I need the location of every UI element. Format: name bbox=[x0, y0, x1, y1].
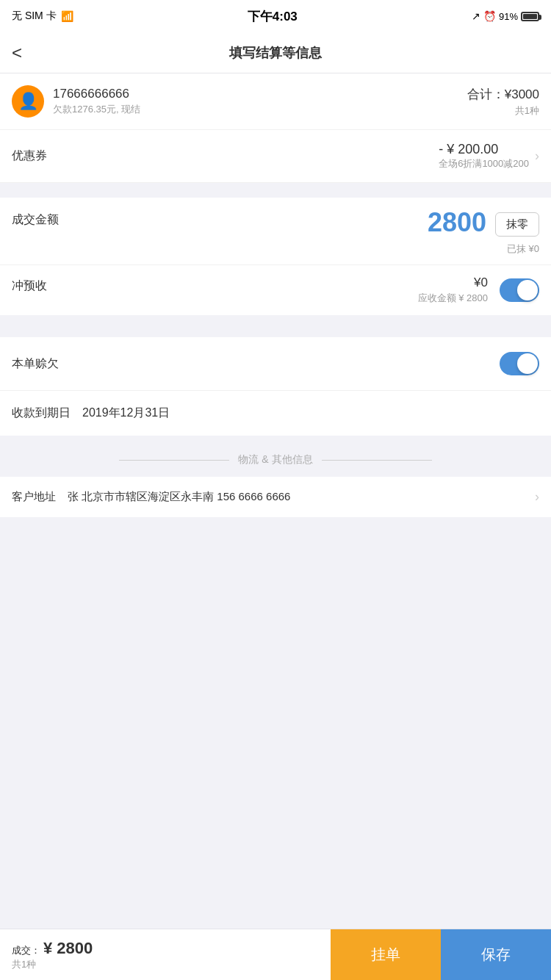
prepay-right: ¥0 应收金额 ¥ 2800 bbox=[418, 275, 539, 305]
prepay-label: 冲预收 bbox=[12, 275, 47, 294]
prepay-amount: ¥0 bbox=[418, 275, 488, 290]
status-bar: 无 SIM 卡 📶 下午4:03 ↗ ⏰ 91% bbox=[0, 0, 551, 32]
prepay-sub: 应收金额 ¥ 2800 bbox=[418, 292, 488, 305]
address-row[interactable]: 客户地址 张 北京市市辖区海淀区永丰南 156 6666 6666 › bbox=[0, 477, 551, 517]
coupon-right: - ¥ 200.00 全场6折满1000减200 › bbox=[439, 142, 539, 170]
divider-line-right bbox=[322, 460, 432, 461]
round-button[interactable]: 抹零 bbox=[495, 212, 539, 237]
battery-icon bbox=[521, 12, 539, 21]
bottom-summary: 成交： ¥ 2800 共1种 bbox=[0, 939, 331, 971]
carrier-text: 无 SIM 卡 bbox=[12, 10, 57, 23]
customer-row: 👤 17666666666 欠款1276.35元, 现结 合计：¥3000 共1… bbox=[0, 73, 551, 130]
toggle-knob bbox=[517, 280, 538, 300]
wifi-icon: 📶 bbox=[61, 10, 73, 22]
debt-label: 本单赊欠 bbox=[12, 356, 59, 372]
prepay-row: 冲预收 ¥0 应收金额 ¥ 2800 bbox=[0, 264, 551, 315]
divider-text: 物流 & 其他信息 bbox=[238, 453, 312, 466]
gray-spacer bbox=[0, 525, 551, 671]
total-amount: 合计：¥3000 bbox=[467, 86, 539, 103]
debt-row: 本单赊欠 bbox=[0, 337, 551, 390]
bottom-bar: 成交： ¥ 2800 共1种 挂单 保存 bbox=[0, 929, 551, 980]
location-icon: ↗ bbox=[472, 10, 480, 22]
duedate-label: 收款到期日 bbox=[12, 406, 71, 421]
bottom-summary-count: 共1种 bbox=[12, 958, 319, 971]
address-chevron-icon: › bbox=[535, 489, 539, 505]
customer-info: 17666666666 欠款1276.35元, 现结 bbox=[53, 87, 467, 116]
bottom-summary-label: 成交： bbox=[12, 944, 40, 957]
customer-total: 合计：¥3000 共1种 bbox=[467, 86, 539, 118]
transaction-amount: 2800 bbox=[428, 209, 486, 236]
coupon-row[interactable]: 优惠券 - ¥ 200.00 全场6折满1000减200 › bbox=[0, 130, 551, 183]
pending-button[interactable]: 挂单 bbox=[331, 929, 441, 981]
duedate-row: 收款到期日 2019年12月31日 bbox=[0, 390, 551, 436]
avatar-icon: 👤 bbox=[18, 92, 38, 111]
bottom-summary-amount: ¥ 2800 bbox=[43, 939, 93, 958]
page-title: 填写结算等信息 bbox=[229, 44, 322, 62]
save-button[interactable]: 保存 bbox=[441, 929, 551, 981]
coupon-desc: 全场6折满1000减200 bbox=[439, 157, 529, 170]
address-value: 张 北京市市辖区海淀区永丰南 156 6666 6666 bbox=[68, 489, 523, 505]
coupon-discount: - ¥ 200.00 bbox=[439, 142, 529, 157]
customer-phone: 17666666666 bbox=[53, 87, 467, 101]
nav-bar: < 填写结算等信息 bbox=[0, 32, 551, 73]
prepay-toggle[interactable] bbox=[500, 278, 539, 302]
battery-percent: 91% bbox=[499, 11, 518, 22]
logistics-divider: 物流 & 其他信息 bbox=[0, 443, 551, 477]
chevron-icon: › bbox=[535, 148, 539, 164]
duedate-value: 2019年12月31日 bbox=[82, 406, 170, 421]
prepay-value-block: ¥0 应收金额 ¥ 2800 bbox=[418, 275, 488, 305]
divider-line-left bbox=[119, 460, 229, 461]
transaction-right: 2800 抹零 bbox=[428, 209, 539, 237]
status-time: 下午4:03 bbox=[248, 8, 298, 25]
address-label: 客户地址 bbox=[12, 490, 56, 504]
coupon-label: 优惠券 bbox=[12, 148, 47, 164]
status-right: ↗ ⏰ 91% bbox=[472, 10, 539, 22]
debt-toggle-knob bbox=[517, 353, 538, 374]
back-button[interactable]: < bbox=[6, 37, 28, 69]
customer-sub: 欠款1276.35元, 现结 bbox=[53, 103, 467, 116]
total-count: 共1种 bbox=[467, 104, 539, 118]
transaction-label: 成交金额 bbox=[12, 209, 59, 228]
transaction-row: 成交金额 2800 抹零 bbox=[0, 198, 551, 242]
alarm-icon: ⏰ bbox=[483, 10, 496, 22]
avatar: 👤 bbox=[12, 85, 44, 118]
debt-toggle[interactable] bbox=[500, 352, 539, 375]
status-left: 无 SIM 卡 📶 bbox=[12, 10, 73, 23]
section-divider-2 bbox=[0, 323, 551, 330]
section-divider-1 bbox=[0, 190, 551, 198]
erased-amount: 已抹 ¥0 bbox=[0, 242, 551, 264]
